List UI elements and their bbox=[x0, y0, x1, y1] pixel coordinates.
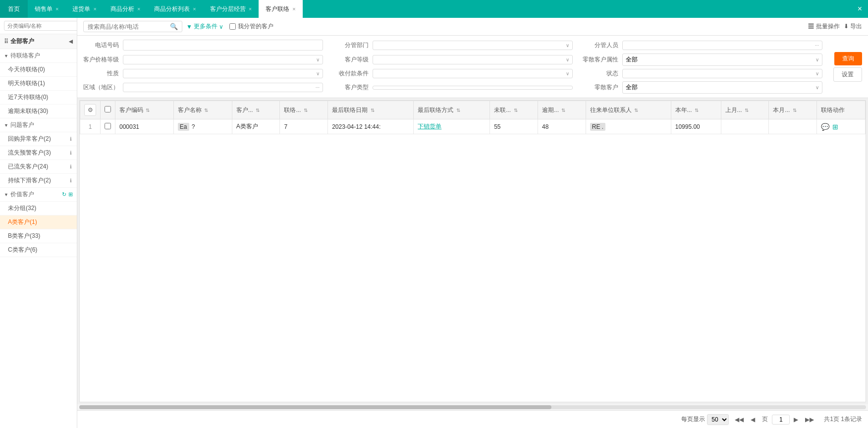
filter-manager-select[interactable]: ··· bbox=[622, 41, 822, 50]
col-type[interactable]: 客户... ⇅ bbox=[232, 101, 280, 119]
filter-customer-level-select[interactable]: ∨ bbox=[373, 55, 573, 64]
sidebar-item-declining[interactable]: 持续下滑客户(2) ℹ bbox=[0, 174, 77, 188]
nav-customer-contact-close[interactable]: × bbox=[292, 6, 295, 12]
sidebar-item-a-class[interactable]: A类客户(1) bbox=[0, 215, 77, 229]
filter-more-conditions[interactable]: ▼ 更多条件 ∨ bbox=[186, 22, 223, 31]
col-contact-count-sort-icon: ⇅ bbox=[304, 107, 308, 113]
col-checkbox[interactable] bbox=[101, 101, 115, 119]
row-checkbox[interactable] bbox=[105, 123, 111, 129]
sidebar-item-tomorrow[interactable]: 明天待联络(1) bbox=[0, 77, 77, 91]
nav-purchase[interactable]: 进货单 × bbox=[65, 0, 103, 18]
nav-sales-close[interactable]: × bbox=[55, 6, 58, 12]
h-scrollbar-track bbox=[79, 405, 866, 409]
sidebar-group-value[interactable]: ▼ 价值客户 ↻ ⊞ bbox=[0, 188, 77, 202]
col-no-contact[interactable]: 未联... ⇅ bbox=[490, 101, 538, 119]
nav-purchase-close[interactable]: × bbox=[93, 6, 96, 12]
nav-goods-analysis-close[interactable]: × bbox=[137, 6, 140, 12]
per-page-select[interactable]: 50 bbox=[707, 414, 729, 425]
col-contact-person[interactable]: 往来单位联系人 ⇅ bbox=[586, 101, 671, 119]
nav-home[interactable]: 首页 bbox=[0, 0, 28, 18]
sidebar-item-7days-label: 近7天待联络(0) bbox=[8, 93, 48, 102]
nav-goods-analysis-list[interactable]: 商品分析列表 × bbox=[147, 0, 203, 18]
nav-customer-segment-close[interactable]: × bbox=[249, 6, 252, 12]
row-last-method[interactable]: 下销货单 bbox=[414, 119, 490, 134]
filter-nature-select[interactable]: ∨ bbox=[123, 69, 323, 78]
nav-sales[interactable]: 销售单 × bbox=[28, 0, 65, 18]
col-last-date[interactable]: 最后联络日期 ⇅ bbox=[328, 101, 414, 119]
page-last-btn[interactable]: ▶▶ bbox=[802, 415, 817, 424]
table-container: ⚙ 客户编码 ⇅ 客户名称 ⇅ bbox=[79, 100, 866, 402]
table-gear-btn[interactable]: ⚙ bbox=[84, 104, 96, 116]
sidebar-group-problem[interactable]: ▼ 问题客户 bbox=[0, 118, 77, 132]
sidebar-item-today[interactable]: 今天待联络(0) bbox=[0, 63, 77, 77]
col-last-method[interactable]: 最后联络方式 ⇅ bbox=[414, 101, 490, 119]
nav-goods-analysis[interactable]: 商品分析 × bbox=[104, 0, 147, 18]
filter-status-select[interactable]: ∨ bbox=[622, 69, 822, 78]
filter-search-input[interactable] bbox=[88, 23, 170, 30]
sidebar-item-churned[interactable]: 已流失客户(24) ℹ bbox=[0, 160, 77, 174]
filter-region-select[interactable]: ··· bbox=[123, 83, 323, 92]
sidebar-value-refresh-icon[interactable]: ↻ bbox=[62, 191, 66, 198]
col-year-amount[interactable]: 本年... ⇅ bbox=[671, 101, 721, 119]
row-index: 1 bbox=[80, 119, 101, 134]
page-first-btn[interactable]: ◀◀ bbox=[732, 415, 747, 424]
filter-customer-type-select[interactable] bbox=[373, 86, 573, 90]
filter-payment-select[interactable]: ∨ bbox=[373, 69, 573, 78]
filter-retail-select[interactable]: 全部 ∨ bbox=[622, 81, 822, 94]
sidebar-search-input[interactable] bbox=[4, 21, 77, 31]
sidebar-item-overdue[interactable]: 逾期未联络(30) bbox=[0, 105, 77, 118]
select-all-checkbox[interactable] bbox=[105, 106, 111, 112]
query-button[interactable]: 查询 bbox=[834, 52, 862, 65]
filter-retail-attr-select[interactable]: 全部 ∨ bbox=[622, 54, 822, 66]
sidebar-item-c-class[interactable]: C类客户(6) bbox=[0, 243, 77, 257]
h-scrollbar-thumb[interactable] bbox=[79, 405, 551, 409]
nav-purchase-label: 进货单 bbox=[72, 5, 90, 13]
filter-price-level-select[interactable]: ∨ bbox=[123, 55, 323, 64]
col-last-date-label: 最后联络日期 bbox=[332, 107, 368, 113]
col-code[interactable]: 客户编码 ⇅ bbox=[115, 101, 174, 119]
col-type-sort-icon: ⇅ bbox=[256, 107, 260, 113]
col-contact-count-label: 联络... bbox=[284, 107, 301, 113]
filter-retail-field: 零散客户 全部 ∨ bbox=[583, 81, 822, 94]
col-last-month[interactable]: 上月... ⇅ bbox=[721, 101, 769, 119]
filter-payment-label: 收付款条件 bbox=[333, 69, 373, 78]
nav-customer-contact[interactable]: 客户联络 × bbox=[259, 0, 302, 18]
row-chat-icon[interactable]: 💬 bbox=[821, 123, 829, 131]
sidebar-item-b-class[interactable]: B类客户(33) bbox=[0, 229, 77, 243]
page-next-btn[interactable]: ▶ bbox=[791, 415, 801, 424]
sidebar-item-b-class-label: B类客户(33) bbox=[8, 232, 40, 240]
sidebar-item-churn-warning[interactable]: 流失预警客户(3) ℹ bbox=[0, 146, 77, 160]
sidebar-value-settings-icon[interactable]: ⊞ bbox=[68, 191, 73, 198]
filter-manager-label: 分管人员 bbox=[583, 41, 622, 50]
col-gear[interactable]: ⚙ bbox=[80, 101, 101, 119]
sidebar-item-repurchase-anomaly[interactable]: 回购异常客户(2) ℹ bbox=[0, 132, 77, 146]
row-last-method-link[interactable]: 下销货单 bbox=[418, 123, 441, 130]
col-contact-person-sort-icon: ⇅ bbox=[634, 107, 638, 113]
sidebar-collapse-icon[interactable]: ◀ bbox=[69, 39, 73, 44]
filter-status-field: 状态 ∨ bbox=[583, 69, 822, 78]
sidebar-group-pending[interactable]: ▼ 待联络客户 bbox=[0, 49, 77, 63]
bulk-ops-button[interactable]: 批量操作 bbox=[808, 22, 839, 31]
page-prev-btn[interactable]: ◀ bbox=[748, 415, 758, 424]
settings-button[interactable]: 设置 bbox=[833, 67, 862, 82]
page-input[interactable] bbox=[772, 415, 790, 425]
my-customers-checkbox[interactable] bbox=[229, 23, 236, 30]
filter-search-icon[interactable]: 🔍 bbox=[170, 23, 178, 30]
sidebar-all-customers[interactable]: ⠿ 全部客户 ◀ bbox=[0, 34, 77, 49]
my-customers-checkbox-label[interactable]: 我分管的客户 bbox=[229, 22, 273, 31]
col-contact-count[interactable]: 联络... ⇅ bbox=[280, 101, 328, 119]
col-this-month[interactable]: 本月... ⇅ bbox=[769, 101, 817, 119]
nav-customer-segment[interactable]: 客户分层经营 × bbox=[203, 0, 259, 18]
filter-phone-input[interactable] bbox=[123, 40, 323, 51]
filter-dept-select[interactable]: ∨ bbox=[373, 41, 573, 50]
nav-goods-analysis-list-close[interactable]: × bbox=[193, 6, 196, 12]
sidebar-item-ungrouped[interactable]: 未分组(32) bbox=[0, 202, 77, 215]
sidebar-item-7days[interactable]: 近7天待联络(0) bbox=[0, 91, 77, 105]
nav-close-all[interactable]: × bbox=[852, 4, 868, 13]
col-overdue[interactable]: 逾期... ⇅ bbox=[538, 101, 586, 119]
row-grid-icon[interactable]: ⊞ bbox=[832, 123, 838, 131]
export-button[interactable]: ⬇ 导出 bbox=[844, 22, 862, 31]
col-name[interactable]: 客户名称 ⇅ bbox=[173, 101, 232, 119]
row-checkbox-cell[interactable] bbox=[101, 119, 115, 134]
filter-region-label: 区域（地区） bbox=[83, 83, 123, 92]
